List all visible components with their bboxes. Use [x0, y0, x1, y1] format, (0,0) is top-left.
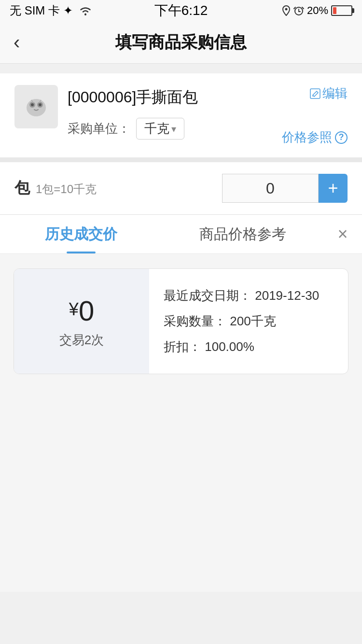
price-card-right: 最近成交日期： 2019-12-30 采购数量： 200千克 折扣： 100.0…: [149, 269, 348, 374]
purchase-qty-value: 200千克: [230, 314, 276, 328]
product-unit-row: 采购单位： 千克 ▾: [68, 118, 198, 140]
purchase-qty-label: 采购数量：: [164, 314, 226, 328]
status-left: 无 SIM 卡 ✦: [10, 3, 92, 18]
price-card: ¥ 0 交易2次 最近成交日期： 2019-12-30 采购数量： 200千克 …: [14, 268, 348, 374]
tab-close-button[interactable]: ×: [323, 215, 362, 253]
plus-icon: +: [328, 180, 338, 197]
wifi-icon: [79, 5, 92, 16]
product-right: 编辑 价格参照 ?: [282, 85, 348, 146]
location-icon: [282, 5, 291, 16]
discount-value: 100.00%: [205, 339, 254, 354]
unit-value: 千克: [144, 120, 169, 137]
sim-status: 无 SIM 卡 ✦: [10, 3, 73, 18]
recent-date-label: 最近成交日期：: [164, 288, 251, 303]
product-top-row: [0000006]手撕面包 采购单位： 千克 ▾ 编辑: [14, 85, 348, 146]
price-ref-label: 价格参照: [282, 129, 332, 146]
recent-date-row: 最近成交日期： 2019-12-30: [164, 286, 334, 305]
svg-point-0: [84, 14, 86, 15]
quantity-plus-button[interactable]: +: [319, 174, 348, 203]
status-right: 20%: [282, 4, 352, 17]
edit-button[interactable]: 编辑: [310, 85, 348, 102]
svg-point-7: [39, 103, 42, 106]
purchase-unit-label: 采购单位：: [68, 120, 130, 137]
quantity-value: 0: [266, 180, 275, 197]
discount-label: 折扣：: [164, 339, 201, 354]
unit-dropdown[interactable]: 千克 ▾: [136, 118, 184, 140]
price-ref-button[interactable]: 价格参照 ?: [282, 129, 348, 146]
tab-price-reference-label: 商品价格参考: [199, 224, 286, 244]
battery-percent: 20%: [307, 4, 328, 17]
quantity-row: 包 1包=10千克 0 +: [0, 162, 362, 214]
product-left: [0000006]手撕面包 采购单位： 千克 ▾: [14, 85, 198, 140]
back-button[interactable]: ‹: [14, 31, 20, 53]
header: ‹ 填写商品采购信息: [0, 21, 362, 64]
product-name: [0000006]手撕面包: [68, 87, 198, 108]
close-icon: ×: [337, 224, 348, 244]
help-icon: ?: [335, 131, 348, 144]
svg-point-1: [285, 8, 287, 11]
quantity-controls: 0 +: [222, 174, 348, 203]
content-area: ¥ 0 交易2次 最近成交日期： 2019-12-30 采购数量： 200千克 …: [0, 254, 362, 592]
tab-price-reference[interactable]: 商品价格参考: [162, 215, 323, 253]
product-logo: [22, 92, 51, 121]
discount-row: 折扣： 100.00%: [164, 337, 334, 356]
quantity-conversion: 1包=10千克: [36, 182, 97, 197]
dropdown-arrow-icon: ▾: [171, 123, 176, 135]
battery-fill: [333, 7, 336, 14]
quantity-input[interactable]: 0: [222, 174, 319, 203]
price-currency: ¥: [69, 299, 79, 320]
recent-date-value: 2019-12-30: [255, 288, 319, 303]
edit-icon: [310, 88, 320, 99]
product-image: [14, 85, 58, 128]
page-title: 填写商品采购信息: [115, 31, 247, 54]
tabs-row: 历史成交价 商品价格参考 ×: [0, 215, 362, 254]
purchase-qty-row: 采购数量： 200千克: [164, 312, 334, 331]
price-amount: ¥ 0: [69, 294, 94, 327]
svg-point-3: [27, 99, 46, 116]
product-info: [0000006]手撕面包 采购单位： 千克 ▾: [68, 85, 198, 140]
svg-point-6: [31, 103, 34, 106]
tab-history[interactable]: 历史成交价: [0, 215, 162, 253]
battery-icon: [331, 5, 352, 16]
price-value: 0: [79, 294, 94, 327]
product-card: [0000006]手撕面包 采购单位： 千克 ▾ 编辑: [0, 73, 362, 157]
status-bar: 无 SIM 卡 ✦ 下午6:12 20%: [0, 0, 362, 21]
price-transactions: 交易2次: [59, 332, 104, 349]
svg-rect-8: [310, 89, 320, 98]
status-time: 下午6:12: [154, 1, 208, 20]
edit-label: 编辑: [322, 85, 348, 102]
quantity-label: 包 1包=10千克: [14, 178, 97, 199]
tab-history-label: 历史成交价: [45, 224, 117, 244]
quantity-unit: 包: [14, 178, 30, 199]
alarm-icon: [293, 5, 304, 16]
section-divider: [0, 157, 362, 162]
price-card-left: ¥ 0 交易2次: [14, 269, 149, 374]
tab-active-indicator: [67, 252, 96, 253]
